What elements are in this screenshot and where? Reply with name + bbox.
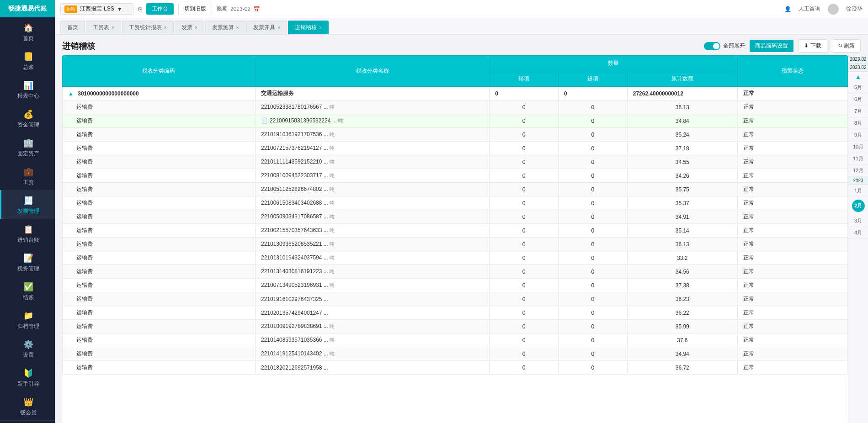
cal-month-10[interactable]: 10月	[848, 141, 868, 153]
th-purchase: 进项	[559, 71, 628, 87]
sidebar-item-invoice-mgmt[interactable]: 🧾 发票管理	[0, 190, 55, 219]
tab-payroll-stats-close[interactable]: ×	[164, 25, 167, 30]
table-row-code2: 22100215570357643633 ... 吨	[255, 224, 489, 238]
download-button[interactable]: ⬇ 下载	[798, 39, 827, 53]
table-row-code2: 22100615083403402688 ... 吨	[255, 196, 489, 210]
cal-month-7[interactable]: 7月	[848, 106, 868, 117]
table-row-status: 正常	[737, 87, 847, 100]
sidebar-item-home[interactable]: 🏠 首页	[0, 17, 55, 46]
table-row-cumulative: 36.13	[627, 238, 737, 251]
commodity-settings-button[interactable]: 商品编码设置	[750, 40, 793, 52]
cal-month-6[interactable]: 6月	[848, 94, 868, 106]
tab-invoice-open[interactable]: 发票开具 ×	[246, 21, 287, 34]
tab-invoice-calc-close[interactable]: ×	[236, 25, 239, 30]
th-tax-code: 税收分类编码	[63, 56, 256, 87]
company-selector[interactable]: 勿动 江西报宝-LSS ▼	[60, 3, 133, 15]
table-row-sale: 0	[490, 279, 559, 292]
copy-icon[interactable]: ⎘	[138, 5, 142, 12]
table-row-status: 正常	[737, 169, 847, 183]
sidebar-item-label: 首页	[23, 35, 34, 42]
sidebar-item-label: 新手引导	[17, 380, 39, 388]
topbar-right: 👤 人工咨询 徐澄华	[784, 4, 863, 15]
sidebar-item-assets[interactable]: 🏢 固定资产	[0, 132, 55, 161]
table-row-cumulative: 36.22	[627, 306, 737, 320]
sidebar-item-label: 总账	[23, 63, 34, 71]
tab-invoice-close[interactable]: ×	[195, 25, 197, 30]
cal-month-9[interactable]: 9月	[848, 129, 868, 141]
table-row-purchase: 0	[559, 100, 628, 114]
switch-version-button[interactable]: 切到旧版	[178, 3, 212, 15]
period-label: 账期	[217, 5, 228, 13]
cal-month-12[interactable]: 12月	[848, 165, 868, 177]
cal-month-4[interactable]: 4月	[848, 227, 868, 239]
page-title: 进销稽核	[62, 41, 95, 52]
sidebar-item-settle[interactable]: ✅ 结账	[0, 276, 55, 305]
sidebar-item-sales-ledger[interactable]: 📋 进销台账	[0, 219, 55, 248]
table-row-code2: 22101910361921707536 ... 吨	[255, 128, 489, 142]
tab-invoice-calc[interactable]: 发票测算 ×	[205, 21, 246, 34]
refresh-button[interactable]: ↻ 刷新	[832, 39, 861, 53]
tab-invoice-calc-label: 发票测算	[212, 24, 234, 32]
calendar-icon[interactable]: 📅	[253, 6, 260, 12]
tab-invoice-open-close[interactable]: ×	[277, 25, 280, 30]
sidebar-item-reports[interactable]: 📊 报表中心	[0, 75, 55, 104]
tab-invoice[interactable]: 发票 ×	[175, 21, 204, 34]
sidebar-item-ledger[interactable]: 📒 总账	[0, 46, 55, 75]
page-area: 进销稽核 全部展开 商品编码设置 ⬇ 下载 ↻ 刷新	[55, 35, 868, 423]
refresh-label: 刷新	[844, 42, 855, 49]
table-row-code2: 22101419125410143402 ... 吨	[255, 347, 489, 361]
sidebar-item-archive[interactable]: 📁 归档管理	[0, 305, 55, 334]
cal-month-11[interactable]: 11月	[848, 153, 868, 165]
cal-year-2023: 2023	[848, 177, 868, 185]
tab-payroll-stats[interactable]: 工资统计报表 ×	[122, 21, 174, 34]
tab-payroll-stats-label: 工资统计报表	[129, 24, 162, 32]
sidebar-item-member[interactable]: 👑 畅会员	[0, 391, 55, 420]
table-row-status: 正常	[737, 361, 847, 375]
sidebar-item-funds[interactable]: 💰 资金管理	[0, 104, 55, 132]
download-label: 下载	[810, 42, 821, 49]
cal-month-5[interactable]: 5月	[848, 82, 868, 94]
sidebar-item-label: 资金管理	[17, 121, 39, 129]
cal-month-1[interactable]: 1月	[848, 185, 868, 197]
table-row-sale: 0	[490, 224, 559, 238]
table-row-purchase: 0	[559, 183, 628, 196]
funds-icon: 💰	[23, 109, 33, 119]
tab-reconcile[interactable]: 进销稽核 ×	[288, 21, 329, 34]
cal-month-8[interactable]: 8月	[848, 117, 868, 129]
table-row-purchase: 0	[559, 238, 628, 251]
cal-month-3[interactable]: 3月	[848, 215, 868, 227]
reports-icon: 📊	[23, 80, 33, 90]
table-row-purchase: 0	[559, 292, 628, 306]
tab-payroll-close[interactable]: ×	[112, 25, 114, 30]
cal-up-arrow[interactable]: ▲	[848, 72, 868, 82]
tab-reconcile-close[interactable]: ×	[319, 25, 322, 30]
sidebar-item-tax[interactable]: 📝 税务管理	[0, 248, 55, 276]
sidebar-item-payroll[interactable]: 💼 工资	[0, 161, 55, 190]
sidebar-item-settings[interactable]: ⚙️ 设置	[0, 334, 55, 363]
tab-home[interactable]: 首页	[60, 21, 85, 34]
tab-payroll[interactable]: 工资表 ×	[86, 21, 121, 34]
table-row-code2: 22101009192789838691 ... 吨	[255, 320, 489, 333]
table-row-purchase: 0	[559, 128, 628, 142]
table-row-code2: 22101916102976437325 ...	[255, 292, 489, 306]
support-label[interactable]: 人工咨询	[799, 5, 820, 13]
archive-icon: 📁	[23, 311, 33, 321]
cal-month-2[interactable]: 2月	[852, 200, 865, 212]
table-row-sale: 0	[490, 265, 559, 279]
table-row-status: 正常	[737, 183, 847, 196]
table-scroll[interactable]: 税收分类编码 税收分类名称 数量 预警状态	[62, 55, 848, 423]
table-row-purchase: 0	[559, 155, 628, 169]
unpin-sidebar-button[interactable]: 取消固定	[0, 420, 55, 423]
table-row-status: 正常	[737, 279, 847, 292]
table-row-name: 运输费	[63, 183, 256, 196]
workbench-button[interactable]: 工作台	[146, 3, 174, 15]
table-row-status: 正常	[737, 155, 847, 169]
table-row-sale: 0	[490, 196, 559, 210]
expand-icon[interactable]: ▲	[68, 90, 74, 97]
toggle-all-switch[interactable]	[704, 42, 720, 50]
table-row-sale: 0	[490, 251, 559, 265]
page-header: 进销稽核 全部展开 商品编码设置 ⬇ 下载 ↻ 刷新	[55, 35, 868, 55]
table-row-cumulative: 35.37	[627, 196, 737, 210]
sidebar-item-guide[interactable]: 🔰 新手引导	[0, 363, 55, 391]
toggle-all-container: 全部展开	[704, 42, 745, 50]
